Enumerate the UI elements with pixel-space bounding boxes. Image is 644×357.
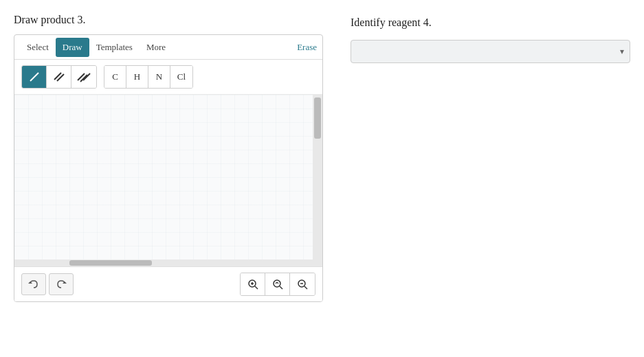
drawing-canvas[interactable] bbox=[14, 95, 322, 260]
right-panel-title: Identify reagent 4. bbox=[351, 16, 630, 29]
bottom-bar bbox=[14, 266, 322, 301]
scroll-thumb bbox=[314, 97, 321, 139]
svg-line-9 bbox=[255, 286, 258, 289]
atom-group: C H N Cl bbox=[104, 65, 193, 89]
bond-single-button[interactable] bbox=[22, 66, 47, 88]
atom-c-button[interactable]: C bbox=[104, 66, 126, 88]
bond-group bbox=[21, 65, 97, 89]
draw-container: Select Draw Templates More Erase bbox=[14, 34, 323, 302]
undo-button[interactable] bbox=[21, 273, 46, 295]
zoom-reset-button[interactable] bbox=[265, 273, 290, 295]
toolbar: Select Draw Templates More Erase bbox=[14, 35, 322, 60]
zoom-reset-icon bbox=[271, 278, 284, 290]
vertical-scrollbar[interactable] bbox=[313, 95, 322, 260]
svg-line-13 bbox=[280, 286, 282, 289]
left-panel: Draw product 3. Select Draw Templates Mo… bbox=[14, 14, 323, 343]
redo-button[interactable] bbox=[49, 273, 74, 295]
zoom-in-icon bbox=[247, 278, 259, 290]
zoom-out-button[interactable] bbox=[290, 273, 315, 295]
svg-line-0 bbox=[30, 73, 38, 81]
bond-triple-button[interactable] bbox=[71, 66, 96, 88]
left-panel-title: Draw product 3. bbox=[14, 14, 323, 26]
bond-double-button[interactable] bbox=[47, 66, 71, 88]
zoom-in-button[interactable] bbox=[241, 273, 265, 295]
atom-h-button[interactable]: H bbox=[126, 66, 148, 88]
tab-more[interactable]: More bbox=[140, 38, 173, 57]
svg-marker-6 bbox=[28, 281, 32, 284]
svg-point-12 bbox=[274, 280, 280, 287]
atom-cl-button[interactable]: Cl bbox=[170, 66, 192, 88]
tab-select[interactable]: Select bbox=[20, 38, 56, 57]
erase-button[interactable]: Erase bbox=[297, 42, 317, 53]
double-bond-icon bbox=[53, 71, 65, 82]
svg-line-15 bbox=[304, 286, 307, 289]
zoom-group bbox=[240, 273, 315, 296]
undo-redo-group bbox=[21, 273, 74, 295]
single-bond-icon bbox=[29, 71, 40, 82]
undo-icon bbox=[28, 279, 39, 290]
redo-icon bbox=[56, 279, 67, 290]
tab-templates[interactable]: Templates bbox=[89, 38, 140, 57]
reagent-dropdown[interactable]: ▾ bbox=[351, 40, 630, 63]
dropdown-arrow-icon: ▾ bbox=[620, 47, 624, 57]
triple-bond-icon bbox=[77, 71, 91, 82]
horizontal-scrollbar[interactable] bbox=[14, 260, 322, 266]
tab-draw[interactable]: Draw bbox=[56, 38, 89, 57]
right-panel: Identify reagent 4. ▾ bbox=[351, 14, 630, 343]
bond-toolbar: C H N Cl bbox=[14, 60, 322, 95]
svg-marker-7 bbox=[63, 281, 67, 284]
atom-n-button[interactable]: N bbox=[148, 66, 170, 88]
zoom-out-icon bbox=[296, 278, 309, 290]
hscroll-thumb bbox=[69, 260, 152, 266]
